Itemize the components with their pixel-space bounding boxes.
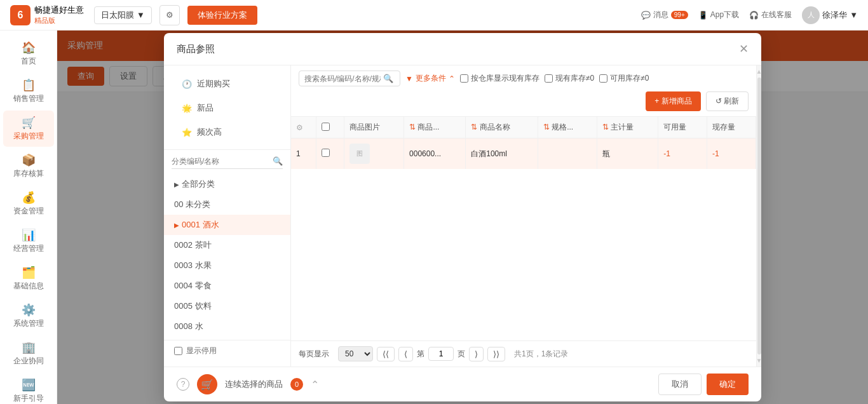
table-head: ⚙ 商品图片 ⇅ 商品...	[291, 117, 756, 138]
col-code-header[interactable]: ⇅ 商品...	[404, 117, 466, 138]
category-search-input[interactable]	[172, 157, 270, 166]
new-products-item[interactable]: 🌟 新品	[172, 97, 283, 119]
category-item-0008[interactable]: 0008 水	[164, 316, 290, 337]
scroll-track: ▲ ▼	[757, 65, 761, 367]
product-table: ⚙ 商品图片 ⇅ 商品...	[291, 117, 756, 169]
product-search-input[interactable]	[304, 74, 381, 83]
service-label: 在线客服	[761, 10, 792, 20]
main-layout: 🏠 首页📋 销售管理🛒 采购管理📦 库存核算💰 资金管理📊 经营管理🗂️ 基础信…	[0, 30, 868, 404]
scroll-up-arrow[interactable]: ▲	[756, 68, 763, 75]
new-label: 新品	[197, 102, 214, 114]
product-image-thumb: 图	[349, 144, 370, 164]
app-icon: 📱	[698, 11, 708, 20]
first-page-button[interactable]: ⟨⟨	[377, 347, 395, 361]
row-available: -1	[658, 138, 707, 170]
sidebar-item-purchase[interactable]: 🛒 采购管理	[3, 111, 54, 147]
col-name-header[interactable]: ⇅ 商品名称	[466, 117, 538, 138]
headset-icon: 🎧	[749, 11, 759, 20]
col-code-label: 商品...	[417, 123, 439, 131]
col-gear[interactable]: ⚙	[291, 117, 316, 138]
category-item-0005[interactable]: 0005 饮料	[164, 296, 290, 316]
next-page-button[interactable]: ⟩	[469, 347, 484, 361]
sidebar-label-inventory: 库存核算	[6, 168, 51, 179]
row-checkbox[interactable]	[316, 138, 344, 170]
sidebar-item-system[interactable]: ⚙️ 系统管理	[3, 298, 54, 334]
col-code-sort-icon: ⇅	[409, 123, 416, 131]
available-stock-checkbox[interactable]	[599, 74, 607, 83]
cancel-button[interactable]: 取消	[658, 374, 702, 395]
freq-icon: ⭐	[182, 128, 192, 137]
recent-purchases-item[interactable]: 🕐 近期购买	[172, 73, 283, 95]
help-icon[interactable]: ?	[177, 378, 189, 391]
freq-label: 频次高	[197, 126, 222, 138]
sidebar-item-inventory[interactable]: 📦 库存核算	[3, 148, 54, 184]
sidebar-label-sales: 销售管理	[6, 93, 51, 104]
category-item-00[interactable]: 00 未分类	[164, 194, 290, 215]
show-by-warehouse-label[interactable]: 按仓库显示现有库存	[460, 73, 539, 84]
logo-title: 畅捷通好生意	[34, 4, 84, 16]
more-filter-button[interactable]: ▼ 更多条件 ⌃	[405, 73, 455, 84]
cat-search-icon[interactable]: 🔍	[273, 156, 283, 166]
sidebar-item-home[interactable]: 🏠 首页	[3, 36, 54, 72]
page-input[interactable]	[428, 347, 454, 361]
trial-button[interactable]: 体验行业方案	[187, 6, 257, 25]
category-list: ▶ 全部分类00 未分类▶ 0001 酒水0002 茶叶0003 水果0004 …	[164, 172, 290, 340]
col-stock-label: 现存量	[712, 123, 735, 131]
col-img-label: 商品图片	[349, 123, 380, 131]
divider	[164, 149, 290, 150]
sidebar-icon-guide: 🆕	[6, 378, 51, 392]
table-row[interactable]: 1 图 000600... 白酒100ml 瓶	[291, 138, 756, 170]
add-product-button[interactable]: + 新增商品	[646, 91, 700, 111]
col-spec-label: 规格...	[552, 123, 573, 131]
category-item-0003[interactable]: 0003 水果	[164, 255, 290, 276]
sidebar-item-basic[interactable]: 🗂️ 基础信息	[3, 260, 54, 297]
sidebar-item-finance[interactable]: 💰 资金管理	[3, 185, 54, 222]
scroll-thumb[interactable]	[757, 77, 761, 354]
modal-title: 商品参照	[177, 43, 215, 55]
modal-close-button[interactable]: ✕	[739, 42, 749, 56]
sidebar: 🏠 首页📋 销售管理🛒 采购管理📦 库存核算💰 资金管理📊 经营管理🗂️ 基础信…	[0, 30, 57, 404]
available-stock-label[interactable]: 可用库存≠0	[599, 73, 649, 84]
message-nav-item[interactable]: 💬 消息 99+	[641, 10, 688, 20]
prev-page-button[interactable]: ⟨	[398, 347, 413, 361]
category-item-0004[interactable]: 0004 零食	[164, 276, 290, 296]
settings-button[interactable]: ⚙	[159, 5, 180, 25]
existing-stock-label[interactable]: 现有库存≠0	[545, 73, 594, 84]
per-page-select[interactable]: 50 10 20 100	[338, 346, 373, 361]
col-unit-header[interactable]: ⇅ 主计量	[597, 117, 658, 138]
search-icon[interactable]: 🔍	[383, 74, 393, 83]
sidebar-item-guide[interactable]: 🆕 新手引导	[3, 373, 54, 404]
existing-stock-checkbox[interactable]	[545, 74, 553, 83]
store-selector[interactable]: 日太阳膜 ▼	[94, 6, 152, 24]
app-download-item[interactable]: 📱 App下载	[698, 10, 739, 20]
category-item-0002[interactable]: 0002 茶叶	[164, 235, 290, 255]
refresh-product-button[interactable]: ↺ 刷新	[706, 91, 749, 111]
category-item-0001[interactable]: ▶ 0001 酒水	[164, 215, 290, 235]
table-header-row: ⚙ 商品图片 ⇅ 商品...	[291, 117, 756, 138]
frequent-item[interactable]: ⭐ 频次高	[172, 121, 283, 143]
sidebar-item-enterprise[interactable]: 🏢 企业协同	[3, 335, 54, 372]
online-service-item[interactable]: 🎧 在线客服	[749, 10, 792, 20]
right-scrollbar[interactable]: ▲ ▼	[756, 65, 761, 367]
user-info[interactable]: 人 徐泽华 ▼	[802, 6, 858, 24]
collapse-footer-button[interactable]: ⌃	[311, 379, 319, 391]
sidebar-icon-home: 🏠	[6, 41, 51, 55]
col-spec-header[interactable]: ⇅ 规格...	[538, 117, 597, 138]
col-unit-sort-icon: ⇅	[602, 123, 609, 131]
display-disabled-checkbox[interactable]	[174, 347, 182, 355]
logo-icon: 6	[10, 5, 31, 25]
show-by-warehouse-checkbox[interactable]	[460, 74, 468, 83]
sidebar-item-sales[interactable]: 📋 销售管理	[3, 73, 54, 109]
scroll-down-arrow[interactable]: ▼	[756, 357, 763, 364]
logo-subtitle: 精品版	[34, 16, 84, 25]
show-by-warehouse-text: 按仓库显示现有库存	[471, 73, 539, 84]
category-item-all[interactable]: ▶ 全部分类	[164, 174, 290, 194]
table-gear-icon[interactable]: ⚙	[296, 123, 303, 132]
col-checkbox[interactable]	[316, 117, 344, 138]
last-page-button[interactable]: ⟩⟩	[487, 347, 505, 361]
per-page-label: 每页显示	[299, 349, 329, 360]
sidebar-item-operation[interactable]: 📊 经营管理	[3, 223, 54, 259]
select-all-checkbox[interactable]	[322, 123, 330, 131]
left-panel-top: 🕐 近期购买 🌟 新品 ⭐ 频次高	[164, 71, 290, 145]
confirm-button[interactable]: 确定	[707, 374, 749, 395]
